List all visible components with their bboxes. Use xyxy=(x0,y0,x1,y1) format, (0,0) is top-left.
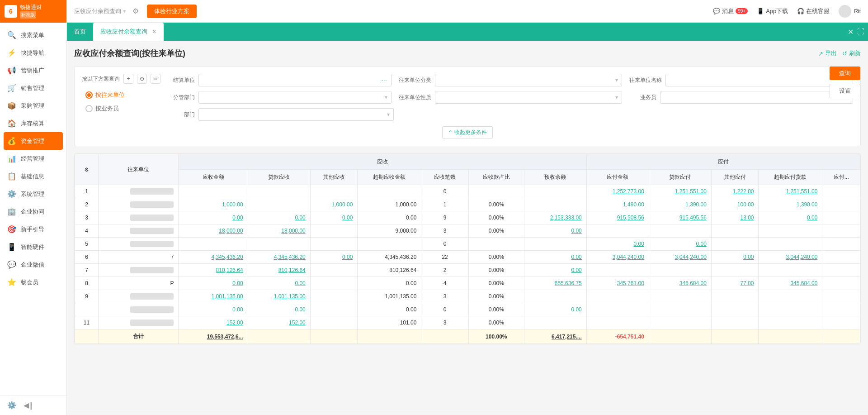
messages-badge: 99+ xyxy=(736,8,748,14)
filter-scheme-selector: 按以下方案查询 + ⊙ « 按往来单位 按业务员 xyxy=(82,74,160,121)
sidebar-item-inventory[interactable]: 🏠 库存核算 xyxy=(0,114,66,132)
sidebar-item-wechat[interactable]: 💬 企业微信 xyxy=(0,256,66,273)
header-gear-icon[interactable]: ⚙ xyxy=(132,7,139,15)
partner-name-label: 往来单位名称 xyxy=(629,76,662,84)
tab-close-window-icon[interactable]: ✕ xyxy=(848,28,854,36)
field-managing-dept: 分管部门 ▾ xyxy=(168,91,392,104)
collapse-scheme-icon[interactable]: « xyxy=(151,74,160,84)
config-scheme-icon[interactable]: ⊙ xyxy=(137,74,147,84)
service-icon: 🎧 xyxy=(797,8,804,14)
salesperson-label: 业务员 xyxy=(629,94,656,101)
th-ap-amount: 应付金额 xyxy=(586,170,649,185)
finance-icon: 💰 xyxy=(7,137,16,145)
field-salesperson: 业务员 ··· xyxy=(629,91,853,104)
settlement-unit-label: 结算单位 xyxy=(168,76,195,84)
setting-button[interactable]: 设置 xyxy=(830,84,860,98)
sidebar-menu: 🔍 搜索菜单 ⚡ 快捷导航 📢 营销推广 🛒 销售管理 📦 采购管理 🏠 库存核… xyxy=(0,23,66,395)
filter-query-by-salesperson[interactable]: 按业务员 xyxy=(82,103,160,114)
filter-row-3: 部门 ▾ xyxy=(168,108,853,121)
table-row: 11xxxxxxxxxxxxxxxx152.00152.00101.0030.0… xyxy=(75,316,860,329)
query-btn-group: 查询 设置 xyxy=(830,67,860,98)
table-row: 8P0.000.000.0040.00%655,636.75345,761.00… xyxy=(75,277,860,290)
add-scheme-icon[interactable]: + xyxy=(123,74,133,84)
department-chevron-icon: ▾ xyxy=(387,111,390,118)
hardware-icon: 📱 xyxy=(7,243,16,251)
page-title: 应收应付余额查询(按往来单位) xyxy=(74,48,185,59)
th-partner: 往来单位 xyxy=(99,154,179,185)
managing-dept-input[interactable]: ▾ xyxy=(198,91,392,104)
data-table: ⚙ 往来单位 应收 应付 应收金额 贷款应收 其他应收 超期应收金额 应收笔数 … xyxy=(75,154,860,344)
partner-nature-input[interactable]: ▾ xyxy=(435,91,623,104)
sidebar-item-hardware[interactable]: 📱 智能硬件 xyxy=(0,238,66,256)
query-button[interactable]: 查询 xyxy=(830,67,860,80)
user-avatar-area[interactable]: Rit xyxy=(839,5,861,18)
tab-close-icon[interactable]: ✕ xyxy=(152,29,156,35)
sidebar-item-newbie[interactable]: 🎯 新手引导 xyxy=(0,220,66,238)
sidebar-item-enterprise[interactable]: 🏢 企业协同 xyxy=(0,203,66,220)
tab-fullscreen-icon[interactable]: ⛶ xyxy=(857,28,864,36)
department-input[interactable]: ▾ xyxy=(198,108,394,121)
th-ar-other: 其他应收 xyxy=(310,170,358,185)
tab-home[interactable]: 首页 xyxy=(67,23,93,41)
th-config: ⚙ xyxy=(75,154,99,185)
summary-ar-prepay[interactable]: 6,417,215.... xyxy=(524,329,586,344)
breadcrumb-arrow: ▾ xyxy=(123,8,126,14)
filter-fields: 结算单位 ··· 往来单位分类 ▾ xyxy=(168,74,853,121)
refresh-button[interactable]: ↺ 刷新 xyxy=(842,49,861,57)
user-name: Rit xyxy=(854,8,861,14)
messages-button[interactable]: 💬 消息 99+ xyxy=(713,7,748,15)
managing-dept-label: 分管部门 xyxy=(168,94,195,101)
logo-badge: 标准版 xyxy=(20,11,36,19)
table-row: 1xxxxxxxxxxxxxxxx01,252,773.001,251,551.… xyxy=(75,185,860,198)
table-row: 7xxxxxxxxxxxxxxxx810,126.64810,126.64810… xyxy=(75,264,860,277)
operations-icon: 📊 xyxy=(7,154,16,163)
partner-category-input[interactable]: ▾ xyxy=(435,74,623,86)
filter-panel: 按以下方案查询 + ⊙ « 按往来单位 按业务员 xyxy=(74,66,861,146)
salesperson-input[interactable]: ··· xyxy=(660,91,853,104)
filter-collapse-row: ⌃ 收起更多条件 xyxy=(82,126,853,138)
sidebar-item-member[interactable]: ⭐ 畅会员 xyxy=(0,273,66,291)
logo-text: 畅捷通财 xyxy=(20,4,42,10)
filter-query-by-partner[interactable]: 按往来单位 xyxy=(82,89,160,101)
purchase-icon: 📦 xyxy=(7,101,16,110)
th-ap-other: 其他应付 xyxy=(711,170,759,185)
promo-button[interactable]: 体验行业方案 xyxy=(147,5,197,18)
sidebar-item-operations[interactable]: 📊 经营管理 xyxy=(0,150,66,167)
breadcrumb-text: 应收应付余额查询 xyxy=(74,7,121,15)
settlement-unit-input[interactable]: ··· xyxy=(198,74,392,86)
tab-bar-right: ✕ ⛶ xyxy=(848,28,868,36)
sidebar-item-label: 搜索菜单 xyxy=(21,31,44,39)
sidebar-item-quicknav[interactable]: ⚡ 快捷导航 xyxy=(0,44,66,62)
tab-arbalance[interactable]: 应收应付余额查询 ✕ xyxy=(93,23,164,41)
message-icon: 💬 xyxy=(713,8,720,14)
sidebar-item-marketing[interactable]: 📢 营销推广 xyxy=(0,62,66,79)
th-ar-prepay: 预收余额 xyxy=(524,170,586,185)
basic-icon: 📋 xyxy=(7,172,16,181)
sidebar-item-search[interactable]: 🔍 搜索菜单 xyxy=(0,26,66,44)
tab-home-label: 首页 xyxy=(74,28,86,36)
collapse-icon[interactable]: ◀‖ xyxy=(24,401,33,410)
table-row: xxxxxxxxxxxxxxxx0.000.000.0000.00%0.00 xyxy=(75,303,860,316)
sidebar-item-basic[interactable]: 📋 基础信息 xyxy=(0,167,66,185)
top-header: 应收应付余额查询 ▾ ⚙ 体验行业方案 💬 消息 99+ 📱 App下载 🎧 在… xyxy=(67,0,868,23)
export-button[interactable]: ↗ 导出 xyxy=(818,49,837,57)
collapse-button[interactable]: ⌃ 收起更多条件 xyxy=(442,126,493,138)
summary-label: 合计 xyxy=(99,329,179,344)
app-download-button[interactable]: 📱 App下载 xyxy=(757,7,788,15)
partner-name-input[interactable] xyxy=(665,74,853,86)
th-ar-amount: 应收金额 xyxy=(179,170,248,185)
table-config-icon[interactable]: ⚙ xyxy=(80,167,94,173)
wechat-icon: 💬 xyxy=(7,260,16,269)
sidebar-item-sales[interactable]: 🛒 销售管理 xyxy=(0,79,66,97)
online-service-button[interactable]: 🎧 在线客服 xyxy=(797,7,830,15)
search-icon: 🔍 xyxy=(7,31,16,39)
breadcrumb: 应收应付余额查询 ▾ xyxy=(74,7,126,15)
query-type-2-label: 按业务员 xyxy=(95,105,119,113)
settings-icon[interactable]: ⚙️ xyxy=(7,401,16,410)
sidebar-item-system[interactable]: ⚙️ 系统管理 xyxy=(0,185,66,203)
partner-category-label: 往来单位分类 xyxy=(399,76,431,84)
sidebar-item-finance[interactable]: 💰 资金管理 xyxy=(4,132,63,150)
radio-partner-icon xyxy=(85,91,93,99)
summary-ar-amount[interactable]: 19,553,472,6... xyxy=(179,329,248,344)
sidebar-item-purchase[interactable]: 📦 采购管理 xyxy=(0,97,66,114)
